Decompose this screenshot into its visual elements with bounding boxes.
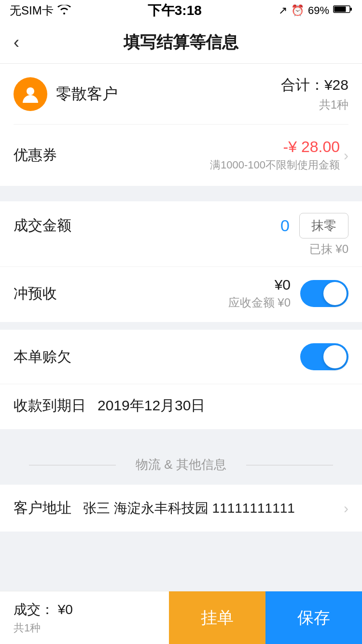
sim-text: 无SIM卡 <box>10 3 54 18</box>
customer-total: 合计：¥28 共1种 <box>281 75 348 112</box>
prepay-row: 冲预收 ¥0 应收金额 ¥0 <box>14 277 348 310</box>
prepay-right: ¥0 应收金额 ¥0 <box>228 277 348 310</box>
deal-label: 成交： <box>14 602 54 617</box>
hold-button[interactable]: 挂单 <box>169 591 265 644</box>
address-chevron-icon: › <box>344 500 348 517</box>
customer-left: 零散客户 <box>14 77 118 111</box>
status-time: 下午3:18 <box>148 1 202 20</box>
duedate-value: 2019年12月30日 <box>97 396 205 416</box>
battery-text: 69% <box>308 4 329 17</box>
address-value: 张三 海淀永丰科技园 11111111111 <box>83 499 344 518</box>
bottom-deal: 成交： ¥0 <box>14 601 155 619</box>
svg-rect-2 <box>334 7 346 12</box>
amount-right: 0 抹零 <box>280 213 348 238</box>
customer-section: 零散客户 合计：¥28 共1种 优惠券 -¥ 28.00 满1000-100不限… <box>0 64 362 186</box>
bottom-summary: 成交： ¥0 共1种 <box>0 601 169 635</box>
duedate-label: 收款到期日 <box>14 396 86 416</box>
prepay-section: 冲预收 ¥0 应收金额 ¥0 <box>0 266 362 322</box>
coupon-amount: -¥ 28.00 满1000-100不限制使用金额 <box>210 138 340 172</box>
coupon-desc: 满1000-100不限制使用金额 <box>210 158 340 172</box>
customer-row: 零散客户 合计：¥28 共1种 <box>0 64 362 124</box>
prepay-value: ¥0 <box>228 277 291 293</box>
bottom-count: 共1种 <box>14 621 155 635</box>
amount-label: 成交金额 <box>14 216 71 236</box>
prepay-amount: ¥0 应收金额 ¥0 <box>228 277 291 310</box>
coupon-right: -¥ 28.00 满1000-100不限制使用金额 › <box>210 138 348 172</box>
save-button[interactable]: 保存 <box>265 591 362 644</box>
location-icon: ↗ <box>278 4 287 17</box>
logistics-header: 物流 & 其他信息 <box>0 445 362 485</box>
grey-separator-1 <box>0 194 362 201</box>
alarm-icon: ⏰ <box>291 4 304 17</box>
amount-row: 成交金额 0 抹零 <box>14 213 348 238</box>
debt-row: 本单赊欠 <box>0 330 362 384</box>
toggle-knob <box>323 282 347 305</box>
content: 零散客户 合计：¥28 共1种 优惠券 -¥ 28.00 满1000-100不限… <box>0 64 362 597</box>
debt-section: 本单赊欠 收款到期日 2019年12月30日 <box>0 330 362 429</box>
total-amount: 合计：¥28 <box>281 75 348 95</box>
prepay-sub: 应收金额 ¥0 <box>228 295 291 310</box>
back-button[interactable]: ‹ <box>14 32 19 53</box>
address-row[interactable]: 客户地址 张三 海淀永丰科技园 11111111111 › <box>0 485 362 532</box>
amount-value: 0 <box>280 216 290 235</box>
customer-name: 零散客户 <box>56 84 118 105</box>
debt-toggle-knob <box>323 345 347 368</box>
coupon-label: 优惠券 <box>14 145 57 165</box>
coupon-row[interactable]: 优惠券 -¥ 28.00 满1000-100不限制使用金额 › <box>0 125 362 186</box>
status-right: ↗ ⏰ 69% <box>278 4 352 17</box>
duedate-section: 收款到期日 2019年12月30日 <box>0 384 362 429</box>
debt-toggle[interactable] <box>300 343 348 370</box>
duedate-row: 收款到期日 2019年12月30日 <box>14 396 348 416</box>
prepay-label: 冲预收 <box>14 284 57 304</box>
address-label: 客户地址 <box>14 498 71 518</box>
nav-bar: ‹ 填写结算等信息 <box>0 21 362 64</box>
wifi-icon <box>57 4 71 17</box>
prepay-toggle[interactable] <box>300 280 348 307</box>
grey-separator-2 <box>0 322 362 330</box>
bottom-bar: 成交： ¥0 共1种 挂单 保存 <box>0 591 362 644</box>
status-bar: 无SIM卡 下午3:18 ↗ ⏰ 69% <box>0 0 362 21</box>
battery-icon <box>333 4 352 17</box>
coupon-discount: -¥ 28.00 <box>210 138 340 156</box>
avatar <box>14 77 47 111</box>
logistics-title: 物流 & 其他信息 <box>128 456 234 473</box>
deal-amount: ¥0 <box>58 602 73 617</box>
round-button[interactable]: 抹零 <box>299 213 348 238</box>
chevron-right-icon: › <box>344 147 348 164</box>
debt-label: 本单赊欠 <box>14 347 71 367</box>
svg-rect-1 <box>350 8 352 11</box>
amount-section: 成交金额 0 抹零 已抹 ¥0 <box>0 201 362 266</box>
grey-separator-3 <box>0 437 362 445</box>
amount-sub: 已抹 ¥0 <box>14 241 348 257</box>
address-section: 客户地址 张三 海淀永丰科技园 11111111111 › <box>0 485 362 532</box>
total-count: 共1种 <box>281 97 348 112</box>
page-title: 填写结算等信息 <box>124 31 238 54</box>
status-left: 无SIM卡 <box>10 3 71 18</box>
svg-point-3 <box>27 87 34 95</box>
